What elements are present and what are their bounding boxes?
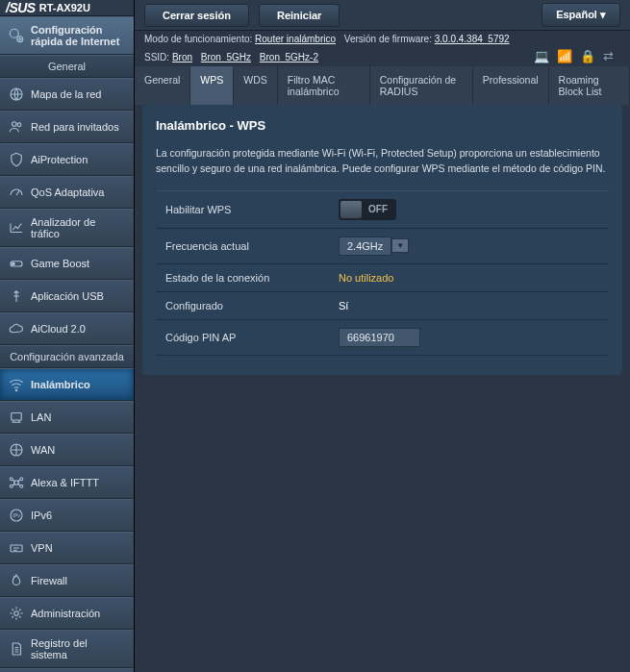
wps-toggle[interactable]: OFF [339,199,396,220]
operation-mode-link[interactable]: Router inalámbrico [255,34,336,44]
svg-point-4 [17,123,21,127]
sidebar-item-label: Game Boost [31,258,89,269]
logo-row: /SUS RT-AX92U [0,0,134,16]
integrations-icon [8,474,25,491]
svg-rect-9 [12,413,22,421]
gear-icon [8,605,25,622]
svg-point-13 [20,478,23,481]
vpn-icon [8,539,25,557]
sidebar-item-aiprotection[interactable]: AiProtection [0,143,134,176]
sidebar-item-guest-network[interactable]: Red para invitados [0,111,134,143]
sidebar-item-label: AiCloud 2.0 [31,323,86,335]
sidebar-item-label: Red para invitados [31,121,119,133]
svg-point-0 [10,29,18,37]
sidebar-item-wireless[interactable]: Inalámbrico [0,368,134,401]
svg-point-12 [10,478,13,481]
svg-rect-7 [13,263,15,264]
wifi-status-icon[interactable]: 📶 [557,49,572,62]
svg-point-15 [20,485,23,487]
page-title: Inalámbrico - WPS [156,118,609,133]
document-icon [8,640,25,658]
sidebar-item-firewall[interactable]: Firewall [0,564,134,597]
sidebar-item-label: Configuración rápida de Internet [31,24,126,47]
sidebar-item-label: QoS Adaptativa [31,187,104,198]
model-name: RT-AX92U [39,2,90,13]
sidebar-item-network-tools[interactable]: Herramientas de red [0,668,134,672]
tab-roaming-block[interactable]: Roaming Block List [549,66,630,105]
tab-professional[interactable]: Professional [473,66,549,105]
sidebar-item-alexa-ifttt[interactable]: Alexa & IFTTT [0,466,134,499]
usb-icon [8,287,25,305]
sidebar-item-wan[interactable]: WAN [0,434,134,466]
sidebar-item-usb-app[interactable]: Aplicación USB [0,280,134,312]
row-frequency: Frecuencia actual 2.4GHz ▼ [156,228,609,263]
sidebar-item-vpn[interactable]: VPN [0,532,134,564]
sidebar-item-label: Analizador de tráfico [31,216,126,239]
gamepad-icon [8,255,25,272]
sidebar-item-qos[interactable]: QoS Adaptativa [0,176,134,209]
frequency-select[interactable]: 2.4GHz ▼ [339,236,409,256]
toggle-knob [340,201,362,218]
tab-wps[interactable]: WPS [190,66,234,105]
ap-pin-input[interactable]: 66961970 [339,328,420,347]
tab-wds[interactable]: WDS [234,66,278,105]
tabs: General WPS WDS Filtro MAC inalámbrico C… [135,66,630,105]
sidebar-item-game-boost[interactable]: Game Boost [0,247,134,280]
svg-point-3 [13,122,17,127]
chevron-down-icon: ▼ [391,238,409,253]
device-icon[interactable]: 💻 [534,49,549,62]
firmware-version-link[interactable]: 3.0.0.4.384_5792 [435,34,510,44]
sidebar-item-aicloud[interactable]: AiCloud 2.0 [0,312,134,345]
flame-icon [8,572,25,589]
signal-icon[interactable]: 🔒 [580,49,595,62]
main-panel: Cerrar sesión Reiniciar Español ▾ Modo d… [135,0,630,672]
gauge-icon [8,184,25,201]
logout-button[interactable]: Cerrar sesión [144,4,249,27]
shield-icon [8,151,25,168]
sidebar-item-label: LAN [31,411,51,423]
tab-general[interactable]: General [135,66,190,105]
row-ap-pin: Código PIN AP 66961970 [156,319,609,355]
ipv6-icon: IPv [8,507,25,524]
brand-logo: /SUS [6,0,36,15]
topbar: Cerrar sesión Reiniciar Español ▾ [135,0,630,31]
sidebar-header-advanced: Configuración avanzada [0,345,134,368]
row-configured: Configurado Sí [156,291,609,319]
sidebar-item-traffic-analyzer[interactable]: Analizador de tráfico [0,209,134,247]
configured-value: Sí [329,291,609,319]
sidebar-item-label: Firewall [31,575,67,586]
usb-status-icon[interactable]: ⇄ [603,49,618,62]
sidebar-item-ipv6[interactable]: IPvIPv6 [0,499,134,532]
sidebar-item-network-map[interactable]: Mapa de la red [0,78,134,111]
sidebar-item-system-log[interactable]: Registro del sistema [0,630,134,668]
chevron-down-icon: ▾ [600,9,606,20]
sidebar-quick-internet-setup[interactable]: Configuración rápida de Internet [0,16,134,55]
chart-icon [8,219,25,236]
tab-radius[interactable]: Configuración de RADIUS [370,66,473,105]
sidebar-item-label: VPN [31,542,53,554]
sidebar-item-label: AiProtection [31,154,88,165]
connection-state-value: No utilizado [339,272,393,284]
svg-text:IPv: IPv [13,512,20,518]
wifi-icon [8,376,25,393]
sidebar-item-label: Administración [31,608,100,619]
sidebar-header-general: General [0,55,134,78]
page-description: La configuración protegida mediante Wi-F… [156,146,609,177]
tab-mac-filter[interactable]: Filtro MAC inalámbrico [278,66,370,105]
cloud-icon [8,320,25,337]
globe-icon [8,441,25,459]
language-selector[interactable]: Español ▾ [542,3,620,27]
lan-icon [8,409,25,426]
sidebar: /SUS RT-AX92U Configuración rápida de In… [0,0,135,672]
sidebar-item-label: Alexa & IFTTT [31,477,99,488]
sidebar-item-administration[interactable]: Administración [0,597,134,630]
sidebar-item-label: Inalámbrico [31,379,90,390]
users-icon [8,118,25,136]
sidebar-item-label: Mapa de la red [31,88,101,100]
sidebar-item-label: Aplicación USB [31,290,104,302]
sidebar-item-lan[interactable]: LAN [0,401,134,434]
operation-mode-line: Modo de funcionamiento: Router inalámbri… [135,31,630,47]
ssid-line: SSID: Bron Bron_5GHz Bron_5GHz-2 [135,49,522,65]
reboot-button[interactable]: Reiniciar [259,4,340,27]
settings-table: Habilitar WPS OFF Frecuencia actual 2.4G… [156,190,609,356]
